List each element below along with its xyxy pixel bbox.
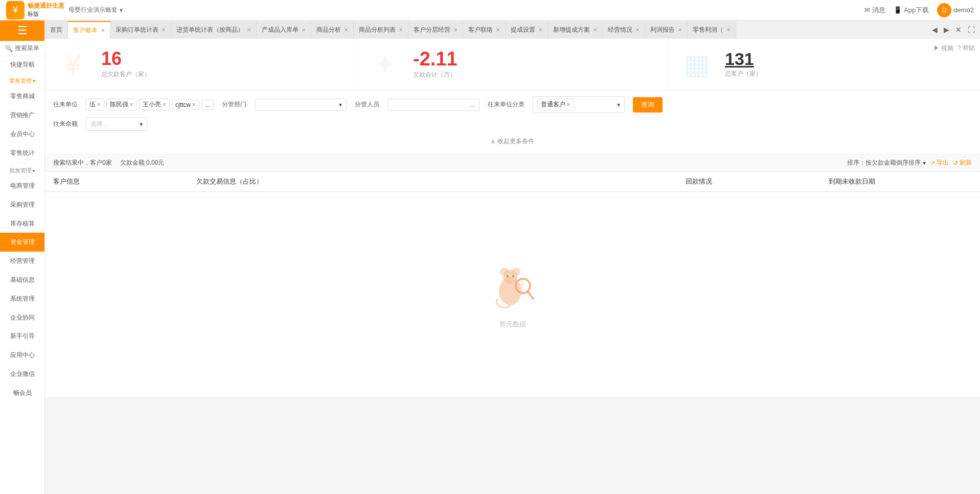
search-menu-button[interactable]: 🔍 搜索菜单	[4, 44, 40, 53]
video-btn[interactable]: ▶ 视频	[933, 44, 953, 53]
stat-icon-currency: ¥	[55, 47, 91, 82]
tab-customer-contact[interactable]: 客户联络 ✕	[463, 21, 506, 38]
table-header: 客户信息 欠款交易信息（占比） 回款情况 到期未收款日期	[45, 172, 980, 192]
col-header-debt-info: 欠款交易信息（占比）	[196, 177, 686, 186]
balance-filter-label: 往来余额	[53, 120, 78, 128]
sidebar-item-retail-mgmt[interactable]: 零售管理 ▾	[0, 73, 44, 87]
tab-operations[interactable]: 经营情况 ✕	[603, 21, 645, 38]
tab-close-icon[interactable]: ✕	[593, 27, 597, 33]
tab-prev-btn[interactable]: ◀	[930, 25, 940, 35]
tab-purchase-order[interactable]: 采购订单统计表 ✕	[110, 21, 171, 38]
sidebar-item-quick-nav[interactable]: 快捷导航	[0, 56, 44, 73]
sidebar-item-system[interactable]: 系统管理	[0, 289, 44, 308]
tab-next-btn[interactable]: ▶	[942, 25, 951, 35]
sidebar-item-chang-member[interactable]: 畅会员	[0, 384, 44, 402]
chevron-down-category: ▾	[617, 101, 620, 108]
sidebar-item-member-center[interactable]: 会员中心	[0, 125, 44, 144]
sidebar-item-wholesale-mgmt[interactable]: 批发管理 ▸	[0, 163, 44, 176]
tab-close-icon[interactable]: ✕	[162, 27, 166, 33]
filter-tag-chen[interactable]: 陈民强 ✕	[106, 99, 137, 110]
filter-tag-normal-customer[interactable]: 普通客户 ✕	[537, 99, 574, 110]
unit-filter-label: 往来单位	[53, 100, 78, 109]
export-icon: ↗	[930, 160, 935, 167]
stat-icon-debt: ✦	[367, 47, 403, 82]
sidebar-item-enterprise-collab[interactable]: 企业协同	[0, 308, 44, 327]
account-dropdown[interactable]: 母婴行业演示账套 ▾	[69, 6, 123, 14]
tab-close-icon[interactable]: ✕	[496, 27, 500, 33]
tab-retail-profit[interactable]: 零售利润（ ✕	[688, 21, 736, 38]
collapse-btn[interactable]: ∧ 收起更多条件	[53, 135, 972, 148]
app-download-btn[interactable]: 📱 App下载	[894, 6, 929, 15]
query-button[interactable]: 查询	[633, 97, 663, 113]
tab-customer-layer[interactable]: 客户分层经营 ✕	[408, 21, 463, 38]
remove-tag-cjttcw[interactable]: ✕	[192, 102, 196, 107]
tab-home[interactable]: 首页	[45, 21, 68, 38]
tab-close-icon[interactable]: ✕	[726, 27, 731, 33]
tab-close-icon[interactable]: ✕	[678, 27, 682, 33]
sidebar-item-retail-stats[interactable]: 零售统计	[0, 144, 44, 163]
tabs-bar: 首页 客户账本 ✕ 采购订单统计表 ✕ 进货单统计表（按商品） ✕ 产成品入库单…	[45, 20, 980, 39]
user-menu[interactable]: D demo2	[937, 3, 974, 17]
search-menu-btn[interactable]: 🔍 搜索菜单	[0, 41, 44, 56]
svg-point-2	[500, 267, 508, 276]
logo-text: 畅捷通好生意 标版	[28, 2, 64, 18]
sidebar-item-purchase[interactable]: 采购管理	[0, 195, 44, 214]
balance-filter-select[interactable]: 选择... ▾	[86, 117, 147, 131]
sidebar-item-operations[interactable]: 经营管理	[0, 252, 44, 271]
filter-tag-wu[interactable]: 伍 ✕	[86, 99, 104, 110]
sidebar-item-basic-info[interactable]: 基础信息	[0, 271, 44, 289]
tab-close-icon[interactable]: ✕	[538, 27, 542, 33]
filter-tag-cjttcw[interactable]: cjttcw ✕	[172, 100, 199, 110]
top-bar-left: ¥ 畅捷通好生意 标版 母婴行业演示账套 ▾	[6, 1, 123, 19]
tab-close-icon[interactable]: ✕	[399, 27, 403, 33]
tab-incoming-stats[interactable]: 进货单统计表（按商品） ✕	[171, 21, 257, 38]
remove-tag-chen[interactable]: ✕	[129, 102, 133, 107]
tab-fullscreen-btn[interactable]: ⛶	[966, 25, 977, 35]
stat-label-customers: 总欠款客户（家）	[101, 70, 150, 79]
dept-filter-select[interactable]: ▾	[255, 99, 347, 111]
tab-product-analysis-list[interactable]: 商品分析列表 ✕	[354, 21, 408, 38]
table-area: 客户信息 欠款交易信息（占比） 回款情况 到期未收款日期	[45, 172, 980, 397]
category-filter-select[interactable]: 普通客户 ✕ ▾	[533, 96, 625, 113]
sidebar-item-retail-mall[interactable]: 零售商城	[0, 87, 44, 106]
tab-close-icon[interactable]: ✕	[635, 27, 640, 33]
tab-new-commission[interactable]: 新增提成方案 ✕	[548, 21, 603, 38]
svg-text:?: ?	[520, 283, 524, 290]
help-btn[interactable]: ? 帮助	[958, 44, 975, 53]
sidebar-logo-icon: ☰	[17, 24, 28, 37]
person-filter-select[interactable]: ...	[388, 99, 480, 111]
tab-profit-report[interactable]: 利润报告 ✕	[645, 21, 688, 38]
sidebar-item-finance[interactable]: 资金管理	[0, 233, 44, 252]
tab-close-all-btn[interactable]: ✕	[953, 25, 964, 35]
remove-tag-wu[interactable]: ✕	[97, 102, 101, 107]
tab-close-icon[interactable]: ✕	[302, 27, 306, 33]
sidebar-item-inventory[interactable]: 库存核算	[0, 214, 44, 233]
filter-tag-more[interactable]: ...	[201, 100, 214, 110]
tab-close-icon[interactable]: ✕	[453, 27, 458, 33]
sort-select[interactable]: 排序：按欠款金额倒序排序 ▾	[847, 159, 926, 167]
filter-tag-wang[interactable]: 王小亮 ✕	[139, 99, 170, 110]
download-icon: 📱	[894, 6, 902, 14]
sidebar-item-marketing[interactable]: 营销推广	[0, 106, 44, 125]
remove-tag-wang[interactable]: ✕	[162, 102, 166, 107]
tab-customer-ledger[interactable]: 客户账本 ✕	[68, 21, 110, 38]
sidebar-item-ecom[interactable]: 电商管理	[0, 176, 44, 195]
tab-product-analysis[interactable]: 商品分析 ✕	[311, 21, 354, 38]
empty-state: ? 暂无数据	[457, 230, 569, 360]
tab-close-icon[interactable]: ✕	[247, 27, 251, 33]
sidebar-item-newbie-guide[interactable]: 新手引导	[0, 327, 44, 346]
tab-close-icon[interactable]: ✕	[101, 28, 105, 33]
tab-commission-setting[interactable]: 提成设置 ✕	[506, 21, 548, 38]
tab-close-icon[interactable]: ✕	[344, 27, 348, 33]
refresh-btn[interactable]: ↺ 刷新	[953, 159, 972, 167]
messages-btn[interactable]: ✉ 消息	[864, 6, 885, 15]
tab-product-inbound[interactable]: 产成品入库单 ✕	[257, 21, 311, 38]
empty-icon: ?	[487, 260, 538, 311]
export-btn[interactable]: ↗ 导出	[930, 159, 949, 167]
sidebar-item-app-center[interactable]: 应用中心	[0, 346, 44, 365]
top-bar-right: ✉ 消息 📱 App下载 D demo2	[864, 3, 974, 17]
sidebar-item-wechat-work[interactable]: 企业微信	[0, 365, 44, 384]
stat-card-debt: ✦ -2.11 欠款合计（万）	[357, 39, 669, 89]
remove-tag-normal-customer[interactable]: ✕	[566, 102, 571, 107]
chevron-down-sort: ▾	[923, 160, 926, 167]
